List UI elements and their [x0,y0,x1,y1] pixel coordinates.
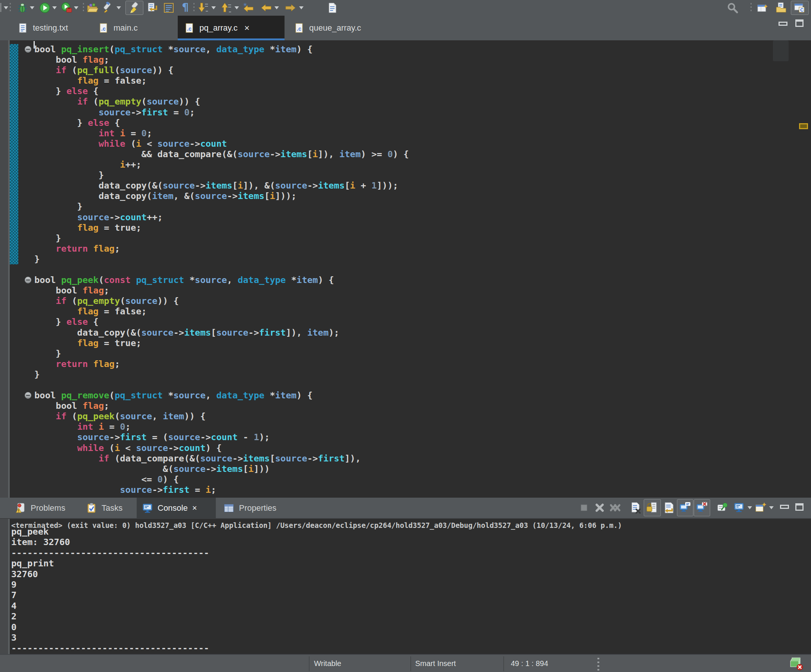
tab-label: queue_array.c [309,23,361,33]
open-resource-icon[interactable] [775,2,787,14]
terminate-icon[interactable] [578,502,590,514]
open-perspective-icon[interactable]: ✦ [757,2,769,14]
tab-label: testing.txt [33,23,68,33]
tab-queue-array-c[interactable]: .c queue_array.c [287,16,380,40]
c-file-icon: .c [185,23,194,33]
properties-icon [223,502,234,514]
tab-label: main.c [114,23,138,33]
toolbar-separator [750,3,752,13]
console-view[interactable]: <terminated> (exit value: 0) hold3527_a0… [10,519,811,654]
run-icon[interactable] [39,2,51,14]
pen-dropdown-caret[interactable] [117,6,121,9]
svg-text:C: C [800,7,804,13]
pin-console-icon[interactable] [716,502,728,514]
remove-launch-icon[interactable] [594,502,606,514]
word-wrap-icon[interactable] [663,502,675,514]
console-output[interactable]: pq_peekitem: 32760----------------------… [11,526,209,654]
code-lines[interactable]: bool pq_insert(pq_struct *source, data_t… [34,44,409,495]
tab-problems[interactable]: Problems [10,498,78,518]
code-editor[interactable]: bool pq_insert(pq_struct *source, data_t… [10,40,811,498]
remove-all-terminated-icon[interactable] [609,502,621,514]
tab-pq-array-c[interactable]: .c pq_array.c × [178,16,285,40]
previous-annotation-caret[interactable] [234,6,239,9]
profile-dropdown-caret[interactable] [74,6,78,9]
back-to-last-edit-icon[interactable]: ✳ [242,2,254,14]
eclipse-window: ¶ ✳ ✦ [0,0,811,672]
show-console-on-output-icon[interactable] [677,499,693,516]
fold-collapse-icon[interactable] [25,392,31,399]
tab-tasks[interactable]: Tasks [81,498,133,518]
input-mode-status[interactable]: Smart Insert [415,659,456,668]
editor-tab-bar: testing.txt .c main.c .c pq_array.c × .c… [0,16,811,40]
tab-label: pq_array.c [199,23,238,33]
forward-dropdown-caret[interactable] [299,6,304,9]
statusbar-divider [503,656,504,671]
text-file-icon [18,23,28,33]
new-page-icon[interactable] [326,2,338,14]
quick-diff-ruler [10,44,18,264]
debug-icon[interactable] [17,2,28,14]
tab-properties[interactable]: Properties [218,498,291,518]
tab-label: Properties [239,503,276,513]
writable-status: Writable [314,659,341,668]
overview-ruler-marker[interactable] [799,123,808,129]
tasks-icon [86,502,97,514]
last-edit-location-icon[interactable] [146,2,158,14]
main-toolbar: ¶ ✳ ✦ [0,0,811,16]
pen-icon[interactable] [102,2,114,14]
error-log-icon[interactable] [789,656,804,671]
c-file-icon: .c [294,23,304,33]
open-task-folder-icon[interactable] [86,2,98,14]
scroll-lock-icon[interactable] [644,499,661,516]
display-console-caret[interactable] [748,506,752,509]
run-dropdown-caret[interactable] [52,6,57,9]
tab-main-c[interactable]: .c main.c [92,16,172,40]
svg-text:✦: ✦ [761,502,767,509]
forward-icon[interactable] [285,2,297,14]
c-cpp-perspective-icon[interactable]: C [791,1,809,15]
maximize-panel-icon[interactable] [795,503,804,511]
highlighter-toggle-icon[interactable] [126,1,143,15]
svg-text:.c: .c [297,26,301,32]
c-file-icon: .c [98,23,108,33]
tab-testing-txt[interactable]: testing.txt [11,16,89,40]
new-dropdown-caret[interactable] [4,6,8,9]
fold-collapse-icon[interactable] [25,46,31,53]
block-selection-icon[interactable] [163,2,175,14]
svg-text:✦: ✦ [763,3,768,10]
fold-collapse-icon[interactable] [25,277,31,283]
close-console-icon[interactable]: × [192,503,197,513]
editor-scrollbar-thumb[interactable] [773,40,789,61]
show-whitespace-icon[interactable]: ¶ [182,1,194,13]
statusbar-divider [309,656,310,671]
minimize-icon[interactable] [779,22,787,26]
next-annotation-caret[interactable] [211,6,216,9]
toolbar-separator [193,3,195,13]
open-console-caret[interactable] [769,506,774,509]
console-icon [142,502,153,514]
statusbar-drag-handle[interactable] [597,658,599,670]
tab-console[interactable]: Console × [137,498,216,518]
toolbar-separator [10,3,11,13]
statusbar-divider [411,656,411,671]
next-annotation-icon[interactable] [197,2,209,14]
debug-dropdown-caret[interactable] [30,6,34,9]
profile-icon[interactable] [61,2,73,14]
caret-position-status[interactable]: 49 : 1 : 894 [511,659,548,668]
previous-annotation-icon[interactable] [220,2,232,14]
show-console-on-error-icon[interactable] [694,499,710,516]
clear-console-icon[interactable] [629,502,641,514]
display-selected-console-icon[interactable] [733,502,745,514]
back-icon[interactable] [260,2,272,14]
back-dropdown-caret[interactable] [275,6,279,9]
tab-label: Tasks [102,503,122,513]
problems-icon [15,502,26,514]
maximize-icon[interactable] [795,19,804,27]
search-icon[interactable] [726,2,738,14]
minimize-panel-icon[interactable] [780,505,789,509]
tab-label: Problems [31,503,65,513]
svg-text:.c: .c [101,26,106,32]
open-console-icon[interactable]: ✦ [755,502,767,514]
close-tab-icon[interactable]: × [244,23,249,33]
left-rail [0,40,8,654]
